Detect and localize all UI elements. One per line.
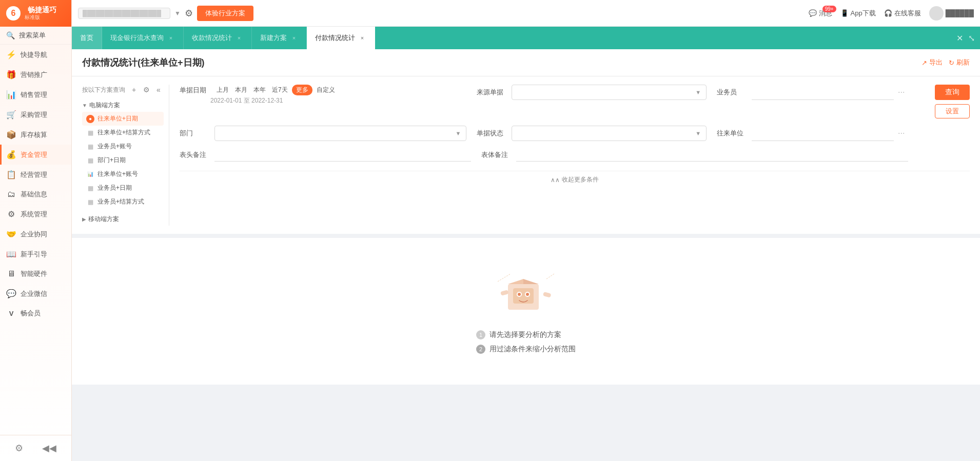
sidebar-item-coop[interactable]: 🤝 企业协同: [0, 224, 71, 244]
tab-payment-stat[interactable]: 付款情况统计 ×: [307, 27, 375, 49]
hint-2-num: 2: [476, 345, 485, 354]
export-button[interactable]: ↗ 导出: [922, 58, 943, 67]
sidebar-item-marketing[interactable]: 🎁 营销推广: [0, 65, 71, 85]
tab-new-scheme-close-icon[interactable]: ×: [290, 34, 298, 42]
page-actions: ↗ 导出 ↻ 刷新: [922, 58, 970, 67]
source-bill-select[interactable]: ▼: [512, 85, 707, 100]
svg-line-8: [498, 274, 511, 282]
mobile-group-header[interactable]: ▶ 移动端方案: [82, 213, 164, 226]
tab-home[interactable]: 首页: [72, 27, 102, 49]
collapse-more-button[interactable]: ∧∧ 收起更多条件: [551, 175, 599, 184]
sidebar-item-hardware[interactable]: 🖥 智能硬件: [0, 264, 71, 284]
scheme-settings-button[interactable]: ⚙: [141, 85, 151, 95]
sidebar-item-operations[interactable]: 📋 经营管理: [0, 165, 71, 185]
sidebar-item-guide[interactable]: 📖 新手引导: [0, 244, 71, 264]
staff-dots[interactable]: ···: [898, 88, 908, 97]
empty-illustration: [495, 269, 557, 320]
refresh-button[interactable]: ↻ 刷新: [949, 58, 970, 67]
tab-receipts-stat[interactable]: 收款情况统计 ×: [184, 27, 252, 49]
user-profile[interactable]: ██████: [929, 6, 974, 21]
sidebar-settings-button[interactable]: ⚙: [13, 440, 25, 456]
quick-nav-icon: ⚡: [6, 50, 16, 59]
scheme-item-3[interactable]: ▦ 部门+日期: [82, 153, 164, 167]
inventory-icon: 📦: [6, 130, 16, 139]
tab-receipts-stat-close-icon[interactable]: ×: [235, 34, 243, 42]
sidebar-collapse-button[interactable]: ◀◀: [40, 440, 58, 456]
scheme-item-5[interactable]: ▦ 业务员+日期: [82, 181, 164, 195]
tab-bank-flow-close-icon[interactable]: ×: [167, 34, 175, 42]
scheme-item-6[interactable]: ▦ 业务员+结算方式: [82, 195, 164, 209]
tab-home-label: 首页: [80, 33, 93, 43]
date-btn-this-month[interactable]: 本月: [233, 85, 249, 95]
scheme-add-button[interactable]: +: [129, 85, 139, 95]
sidebar-item-purchase[interactable]: 🛒 采购管理: [0, 105, 71, 125]
dept-select[interactable]: ▼: [214, 126, 466, 141]
address-dropdown-icon[interactable]: ▼: [174, 10, 181, 17]
header-remark-input[interactable]: [214, 148, 471, 162]
tab-bank-flow[interactable]: 现金银行流水查询 ×: [102, 27, 184, 49]
counterparty-dots[interactable]: ···: [898, 129, 908, 138]
scheme-item-4[interactable]: 📊 往来单位+账号: [82, 167, 164, 181]
source-bill-arrow-icon: ▼: [695, 89, 701, 95]
date-btn-custom[interactable]: 自定义: [315, 85, 337, 95]
settings-gear-icon[interactable]: ⚙: [185, 8, 193, 19]
desktop-group-header[interactable]: ▼ 电脑端方案: [82, 99, 164, 112]
guide-icon: 📖: [6, 249, 16, 259]
address-bar[interactable]: ██████████████████: [78, 8, 170, 19]
date-btn-this-year[interactable]: 本年: [251, 85, 268, 95]
trial-scheme-button[interactable]: 体验行业方案: [197, 6, 253, 21]
expand-button[interactable]: ⤡: [968, 33, 975, 43]
sidebar-item-label: 新手引导: [21, 250, 47, 259]
mobile-group-arrow: ▶: [82, 216, 86, 222]
online-service-button[interactable]: 🎧 在线客服: [884, 9, 921, 18]
filter-field-counterparty: 往来单位 ···: [717, 126, 908, 141]
tab-bank-flow-label: 现金银行流水查询: [110, 33, 164, 43]
sidebar-item-label: 经营管理: [21, 170, 47, 179]
svg-rect-6: [500, 290, 509, 296]
scheme-collapse-button[interactable]: «: [153, 85, 164, 95]
app-download-button[interactable]: 📱 App下载: [840, 9, 876, 18]
tab-payment-stat-label: 付款情况统计: [315, 33, 355, 43]
scheme-item-0[interactable]: ● 往来单位+日期: [82, 112, 164, 126]
online-service-label: 在线客服: [894, 9, 921, 18]
filter-field-staff: 业务员 ···: [717, 85, 908, 100]
query-button[interactable]: 查询: [935, 85, 970, 100]
staff-label: 业务员: [717, 88, 748, 97]
scheme-item-2[interactable]: ▦ 业务员+账号: [82, 139, 164, 153]
sidebar-item-weixin[interactable]: 💬 企业微信: [0, 284, 71, 304]
scheme-sidebar-header: 按以下方案查询 + ⚙ «: [82, 85, 164, 95]
filter-right: 单据日期 上月 本月 本年 近7天 更多 自定义 2022: [169, 85, 970, 226]
sidebar-item-finance[interactable]: 💰 资金管理: [0, 145, 71, 165]
tab-payment-stat-close-icon[interactable]: ×: [358, 34, 366, 42]
header-remark-label: 表头备注: [180, 150, 210, 159]
filter-row-1: 单据日期 上月 本月 本年 近7天 更多 自定义 2022: [180, 85, 970, 118]
scheme-item-3-label: 部门+日期: [97, 156, 126, 165]
sidebar-item-label: 系统管理: [21, 210, 47, 219]
filter-settings-button[interactable]: 设置: [935, 104, 970, 118]
empty-hint-2: 2 用过滤条件来缩小分析范围: [476, 345, 576, 354]
scheme-sidebar-actions: + ⚙ «: [129, 85, 164, 95]
operations-icon: 📋: [6, 170, 16, 179]
export-icon: ↗: [922, 59, 927, 67]
date-btn-last-month[interactable]: 上月: [214, 85, 231, 95]
bill-status-select[interactable]: ▼: [512, 126, 707, 141]
tab-new-scheme[interactable]: 新建方案 ×: [252, 27, 307, 49]
messages-button[interactable]: 💬 消息 99+: [809, 9, 832, 18]
sidebar-item-inventory[interactable]: 📦 库存核算: [0, 125, 71, 145]
body-remark-input[interactable]: [516, 148, 908, 162]
topbar-address-area: ██████████████████ ▼ ⚙ 体验行业方案: [78, 6, 803, 21]
search-menu[interactable]: 🔍 搜索菜单: [0, 27, 71, 45]
sidebar-item-member[interactable]: V 畅会员: [0, 304, 71, 323]
date-btn-last-7days[interactable]: 近7天: [270, 85, 290, 95]
logo-subtitle: 标准版: [25, 14, 56, 21]
svg-line-9: [546, 274, 554, 279]
sidebar-item-system[interactable]: ⚙ 系统管理: [0, 204, 71, 224]
sidebar-item-basic-info[interactable]: 🗂 基础信息: [0, 185, 71, 204]
sidebar-item-quick-nav[interactable]: ⚡ 快捷导航: [0, 45, 71, 65]
online-service-icon: 🎧: [884, 9, 892, 17]
sidebar-item-sales[interactable]: 📊 销售管理: [0, 85, 71, 105]
close-all-tabs-button[interactable]: ✕: [956, 33, 963, 43]
member-icon: V: [6, 310, 16, 317]
scheme-item-1[interactable]: ▦ 往来单位+结算方式: [82, 126, 164, 139]
date-btn-more[interactable]: 更多: [292, 85, 312, 95]
